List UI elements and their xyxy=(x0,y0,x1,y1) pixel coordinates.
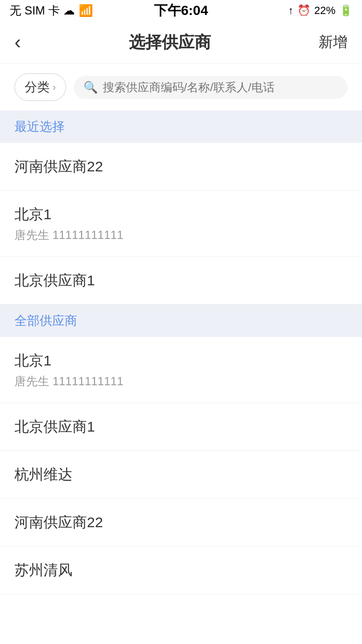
no-sim-text: 无 SIM 卡 ☁ xyxy=(10,3,75,18)
item-name: 北京供应商1 xyxy=(14,417,348,437)
item-name: 北京1 xyxy=(14,350,348,371)
category-label: 分类 xyxy=(25,79,50,96)
chevron-right-icon: › xyxy=(53,82,56,93)
recent-section-label: 最近选择 xyxy=(14,119,65,134)
list-item[interactable]: 河南供应商22 xyxy=(0,143,362,191)
recent-section-header: 最近选择 xyxy=(0,111,362,143)
all-section-header: 全部供应商 xyxy=(0,305,362,337)
status-left: 无 SIM 卡 ☁ 📶 xyxy=(10,3,93,18)
back-button[interactable]: ‹ xyxy=(14,31,21,53)
filter-bar: 分类 › 🔍 xyxy=(0,64,362,111)
item-name: 北京1 xyxy=(14,204,348,224)
item-name: 河南供应商22 xyxy=(14,512,348,532)
list-item[interactable]: 北京供应商1 xyxy=(0,257,362,305)
list-item[interactable]: 杭州维达 xyxy=(0,451,362,499)
item-sub: 唐先生 11111111111 xyxy=(14,374,348,389)
list-item[interactable]: 苏州清风 xyxy=(0,546,362,594)
location-icon: ↑ xyxy=(288,4,293,17)
search-box[interactable]: 🔍 xyxy=(74,76,348,99)
status-time: 下午6:04 xyxy=(154,1,208,20)
wifi-icon: 📶 xyxy=(79,4,93,17)
list-item[interactable]: 北京供应商1 xyxy=(0,403,362,451)
list-item[interactable]: 北京1唐先生 11111111111 xyxy=(0,191,362,257)
status-right: ↑ ⏰ 22% 🔋 xyxy=(288,4,352,17)
category-button[interactable]: 分类 › xyxy=(14,73,66,101)
back-icon: ‹ xyxy=(14,31,21,53)
add-button[interactable]: 新增 xyxy=(319,32,348,52)
recent-items-list: 河南供应商22北京1唐先生 11111111111北京供应商1 xyxy=(0,143,362,305)
item-name: 苏州清风 xyxy=(14,560,348,580)
battery-icon: 🔋 xyxy=(339,4,352,17)
search-icon: 🔍 xyxy=(84,81,98,94)
item-name: 杭州维达 xyxy=(14,464,348,485)
alarm-icon: ⏰ xyxy=(297,4,310,17)
battery-text: 22% xyxy=(314,4,335,17)
list-item[interactable]: 北京1唐先生 11111111111 xyxy=(0,337,362,403)
item-sub: 唐先生 11111111111 xyxy=(14,227,348,243)
nav-bar: ‹ 选择供应商 新增 xyxy=(0,21,362,64)
item-name: 北京供应商1 xyxy=(14,270,348,291)
item-name: 河南供应商22 xyxy=(14,156,348,177)
status-bar: 无 SIM 卡 ☁ 📶 下午6:04 ↑ ⏰ 22% 🔋 xyxy=(0,0,362,21)
list-item[interactable]: 河南供应商22 xyxy=(0,499,362,546)
all-items-list: 北京1唐先生 11111111111北京供应商1杭州维达河南供应商22苏州清风 xyxy=(0,337,362,594)
page-title: 选择供应商 xyxy=(129,31,211,54)
all-section-label: 全部供应商 xyxy=(14,313,77,328)
search-input[interactable] xyxy=(103,81,338,94)
